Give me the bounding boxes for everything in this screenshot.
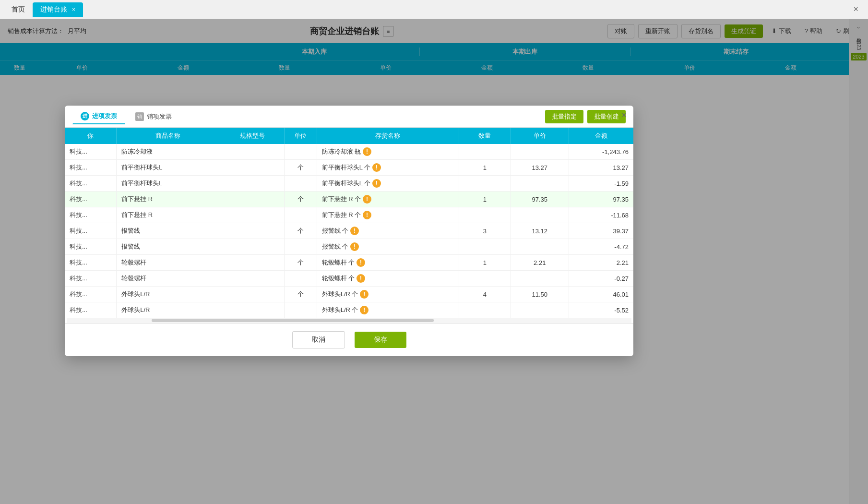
table-row: 科技...报警线报警线 个 !-4.72 [65, 239, 633, 255]
warn-icon: ! [357, 274, 365, 283]
tab-ledger-label: 进销台账 [40, 5, 67, 14]
sales-invoice-icon: 销 [135, 112, 144, 121]
save-button[interactable]: 保存 [355, 332, 406, 348]
tab-purchase-invoice[interactable]: 进 进项发票 [72, 108, 125, 124]
table-row: 科技...前平衡杆球头L个前平衡杆球头L 个 !113.2713.27 [65, 160, 633, 176]
table-row: 科技...外球头L/R外球头L/R 个 !-5.52 [65, 302, 633, 318]
warn-icon: ! [363, 211, 371, 219]
modal-footer: 取消 保存 [65, 323, 633, 356]
th-col7: 单价 [511, 128, 569, 144]
table-row: 科技...外球头L/R个外球头L/R 个 !411.5046.01 [65, 287, 633, 302]
warn-icon: ! [357, 258, 365, 267]
scrollbar-thumb[interactable] [152, 319, 434, 322]
purchase-invoice-icon: 进 [81, 112, 89, 120]
warn-icon: ! [363, 195, 371, 204]
warn-icon: ! [350, 242, 359, 251]
modal-dialog: 进 进项发票 销 销项发票 批量指定 批量创建 × 你 商品名称 [65, 106, 633, 356]
th-col6: 数量 [459, 128, 511, 144]
th-col4: 单位 [285, 128, 317, 144]
tab-bar: 首页 进销台账 × × [0, 0, 868, 19]
tab-home[interactable]: 首页 [4, 2, 33, 17]
table-row: 科技...轮毂螺杆个轮毂螺杆 个 !12.212.21 [65, 255, 633, 271]
warn-icon: ! [360, 306, 369, 314]
table-row: 科技...轮毂螺杆轮毂螺杆 个 !-0.27 [65, 271, 633, 287]
th-col5: 存货名称 [317, 128, 459, 144]
tab-sales-invoice[interactable]: 销 销项发票 [127, 108, 180, 124]
window-close-button[interactable]: × [847, 4, 864, 14]
batch-assign-button[interactable]: 批量指定 [545, 110, 583, 123]
table-row: 科技...前平衡杆球头L前平衡杆球头L 个 !-1.59 [65, 176, 633, 192]
warn-icon: ! [360, 290, 369, 299]
horizontal-scrollbar[interactable] [67, 318, 631, 323]
modal-body[interactable]: 你 商品名称 规格型号 单位 存货名称 数量 单价 金额 科技...防冻冷却液防… [65, 128, 633, 318]
table-row: 科技...防冻冷却液防冻冷却液 瓶 !-1,243.76 [65, 144, 633, 160]
th-col2: 商品名称 [117, 128, 220, 144]
table-row: 科技...前下悬挂 R个前下悬挂 R 个 !197.3597.35 [65, 192, 633, 207]
warn-icon: ! [350, 227, 359, 235]
table-row: 科技...报警线个报警线 个 !313.1239.37 [65, 223, 633, 239]
th-col3: 规格型号 [220, 128, 285, 144]
batch-create-button[interactable]: 批量创建 [587, 110, 626, 123]
warn-icon: ! [372, 163, 381, 172]
th-col8: 金额 [569, 128, 633, 144]
tab-purchase-label: 进项发票 [92, 112, 117, 120]
warn-icon: ! [363, 147, 371, 156]
th-col1: 你 [65, 128, 117, 144]
tab-sales-label: 销项发票 [147, 112, 172, 121]
tab-home-label: 首页 [12, 5, 25, 13]
warn-icon: ! [372, 179, 381, 188]
modal-tabs: 进 进项发票 销 销项发票 [72, 108, 180, 124]
tab-ledger-close[interactable]: × [72, 6, 75, 13]
tab-ledger[interactable]: 进销台账 × [33, 2, 83, 17]
main-content: 销售成本计算方法： 月平均 商贸企业进销台账 ≡ 对账 重新开账 存货别名 生成… [0, 19, 868, 504]
modal-header: 进 进项发票 销 销项发票 批量指定 批量创建 [65, 106, 633, 128]
modal-close-button[interactable]: × [621, 110, 627, 120]
modal-header-actions: 批量指定 批量创建 [545, 110, 626, 123]
table-row: 科技...前下悬挂 R前下悬挂 R 个 !-11.68 [65, 207, 633, 223]
invoice-table: 你 商品名称 规格型号 单位 存货名称 数量 单价 金额 科技...防冻冷却液防… [65, 128, 633, 318]
cancel-button[interactable]: 取消 [292, 331, 345, 348]
